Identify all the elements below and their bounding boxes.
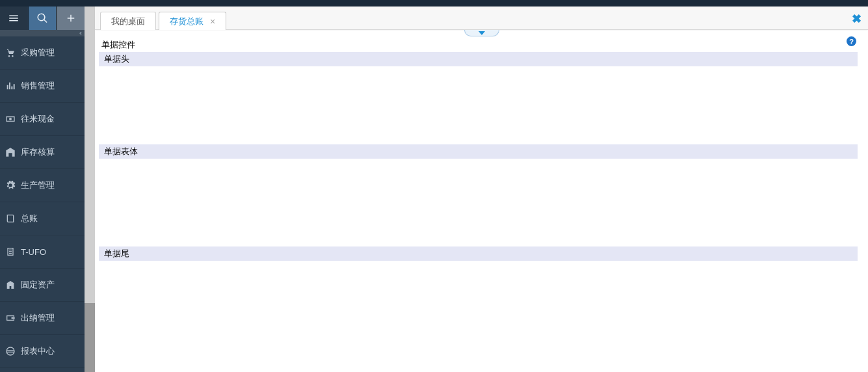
sidebar-item-label: 库存核算 [21, 146, 55, 158]
sidebar-item-ledger[interactable]: 总账 [0, 202, 85, 235]
help-button[interactable]: ? [847, 36, 856, 46]
add-button[interactable] [57, 7, 85, 30]
form-body-area [99, 159, 858, 246]
sidebar-item-label: 总账 [21, 213, 38, 224]
form-body-section: 单据表体 [99, 144, 858, 159]
form-header-area [99, 66, 858, 144]
tab-label: 存货总账 [170, 16, 204, 27]
sidebar-menu: 采购管理 销售管理 往来现金 库存核算 生产管理 总账 [0, 36, 85, 372]
close-icon[interactable]: × [210, 17, 215, 26]
sidebar-item-label: 固定资产 [21, 279, 55, 291]
plus-icon [65, 12, 77, 24]
sidebar-item-purchase[interactable]: 采购管理 [0, 36, 85, 70]
sidebar-top-actions [0, 7, 85, 30]
sidebar: ‹‹ 采购管理 销售管理 往来现金 库存核算 生产管理 [0, 7, 85, 372]
sidebar-item-label: 销售管理 [21, 80, 55, 92]
menu-icon [8, 12, 20, 24]
warehouse-icon [5, 147, 16, 157]
chevron-down-icon [479, 31, 485, 35]
wallet-icon [5, 313, 16, 323]
expand-toolbar-handle[interactable] [464, 30, 499, 36]
sidebar-item-label: 采购管理 [21, 47, 55, 59]
page-body: ? 单据控件 单据头 单据表体 单据尾 [95, 30, 868, 372]
sidebar-scrollbar[interactable] [85, 7, 95, 372]
cash-icon [5, 114, 16, 124]
cart-icon [5, 47, 16, 58]
sidebar-item-cash[interactable]: 往来现金 [0, 103, 85, 136]
scrollbar-thumb[interactable] [85, 7, 95, 303]
sidebar-item-label: 出纳管理 [21, 312, 55, 324]
tab-desktop[interactable]: 我的桌面 [100, 12, 156, 30]
chart-icon [5, 81, 16, 91]
menu-button[interactable] [0, 7, 29, 30]
book-icon [5, 213, 16, 224]
tab-label: 我的桌面 [111, 16, 145, 27]
tab-inventory-ledger[interactable]: 存货总账 × [159, 12, 226, 30]
globe-icon [5, 346, 16, 356]
form-footer-section: 单据尾 [99, 246, 858, 261]
sidebar-item-label: T-UFO [21, 247, 46, 257]
sidebar-item-inventory[interactable]: 库存核算 [0, 136, 85, 169]
sidebar-item-reports[interactable]: 报表中心 [0, 335, 85, 368]
sidebar-collapse-handle[interactable]: ‹‹ [0, 30, 85, 36]
main-content: 我的桌面 存货总账 × ✖ ? 单据控件 单据头 单据表体 单据尾 [95, 7, 868, 372]
window-top-bar [0, 0, 868, 7]
close-all-tabs-button[interactable]: ✖ [852, 12, 861, 26]
sidebar-item-sales[interactable]: 销售管理 [0, 70, 85, 103]
gear-icon [5, 180, 16, 191]
help-icon: ? [849, 38, 854, 46]
tab-strip: 我的桌面 存货总账 × ✖ [95, 7, 868, 30]
sidebar-item-tufo[interactable]: T-UFO [0, 235, 85, 269]
sidebar-item-cashier[interactable]: 出纳管理 [0, 302, 85, 335]
sidebar-item-production[interactable]: 生产管理 [0, 169, 85, 202]
sidebar-item-label: 生产管理 [21, 179, 55, 191]
search-button[interactable] [29, 7, 57, 30]
form-header-section: 单据头 [99, 52, 858, 66]
building-icon [5, 280, 16, 290]
form-widget-title: 单据控件 [99, 36, 858, 52]
sidebar-item-label: 报表中心 [21, 345, 55, 357]
search-icon [36, 12, 48, 24]
sidebar-item-assets[interactable]: 固定资产 [0, 269, 85, 302]
sidebar-item-label: 往来现金 [21, 113, 55, 125]
report-icon [5, 246, 16, 257]
